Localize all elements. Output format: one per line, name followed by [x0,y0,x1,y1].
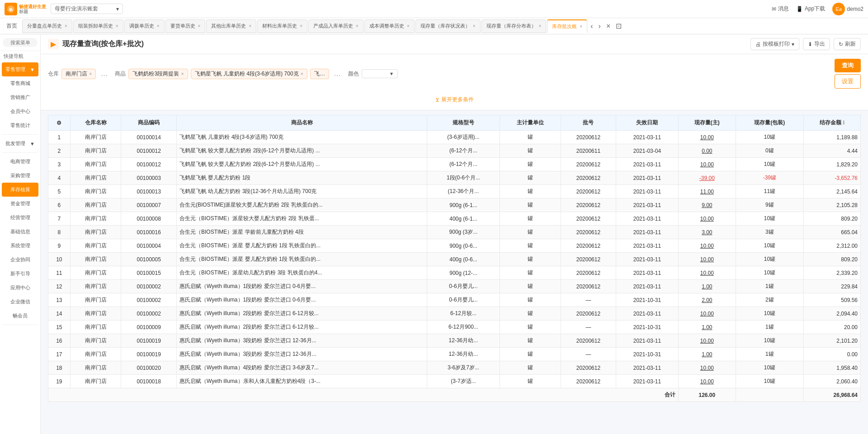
cell-qty[interactable]: 11.00 [678,185,736,198]
cell-qty[interactable]: 10.00 [678,375,736,388]
cell-spec: 400g (0-6... [427,253,500,266]
expand-sidebar-btn[interactable]: ▶ [48,39,59,49]
product-tag1[interactable]: 飞鹤奶粉3段两提装 × [128,69,188,79]
account-selector[interactable]: 母婴行业演示账套 ▾ [51,4,123,14]
tab-xiancunliangkufenbupiao[interactable]: 现存量（库存分布表） × [481,19,547,33]
sidebar-item-guide[interactable]: 新手引导 [2,267,38,281]
settings-icon[interactable]: ⚙ [57,120,61,126]
cell-qty[interactable]: 1.00 [678,280,736,293]
tab-qitachuku[interactable]: 其他出库单历史 × [206,19,256,33]
close-icon[interactable]: × [116,24,118,28]
close-icon[interactable]: × [249,24,251,28]
cell-unit: 罐 [500,239,561,253]
cell-qty[interactable]: 10.00 [678,266,736,280]
tab-xiancunliangkuzhuangkuang[interactable]: 现存量（库存状况表） × [415,19,481,33]
tab-close-all[interactable]: × [604,22,613,30]
cell-qty[interactable]: 10.00 [678,253,736,266]
chevron-down-icon: ▾ [116,6,119,12]
product-more[interactable]: … [334,70,341,78]
sidebar-item-finance[interactable]: 资金管理 [2,197,38,211]
tab-cailiaochuku[interactable]: 材料出库单历史 × [257,19,307,33]
sidebar-item-purchase[interactable]: 采购管理 [2,169,38,183]
product-tag2-remove[interactable]: × [301,71,303,76]
user-menu[interactable]: Ea demo2 [832,3,863,15]
info-icon[interactable]: ℹ [843,120,844,125]
cell-qty[interactable]: 10.00 [678,158,736,171]
cell-batch: 20200612 [561,226,616,239]
filter-group-color: 颜色 ▾ [348,69,398,78]
sidebar-item-ecommerce[interactable]: 电商管理 [2,155,38,169]
tab-nav-right[interactable]: › [596,22,604,30]
tab-fenliangpandian[interactable]: 分量盘点单历史 × [22,19,72,33]
cell-qty[interactable]: 1.00 [678,348,736,361]
cell-qty[interactable]: 10.00 [678,307,736,321]
close-icon[interactable]: × [157,24,160,28]
cell-qty[interactable]: 10.00 [678,361,736,375]
app-download-btn[interactable]: 📱 App下载 [796,5,825,13]
cell-name: 惠氏启赋（Wyeth illuma）1段奶粉 爱尔兰进口 0-6月婴... [176,280,427,293]
cell-qty[interactable]: 2.00 [678,293,736,307]
close-icon[interactable]: × [300,24,302,28]
close-icon[interactable]: × [65,24,67,28]
product-tag1-remove[interactable]: × [181,71,184,76]
cell-qty[interactable]: 3.00 [678,226,736,239]
cell-qty[interactable]: 10.00 [678,239,736,253]
cell-qty[interactable]: 9.00 [678,198,736,212]
sidebar-item-member[interactable]: 会员中心 [2,104,38,118]
cell-qty[interactable]: -39.00 [678,171,736,185]
close-icon[interactable]: × [198,24,201,28]
export-btn[interactable]: ⬇ 导出 [803,38,830,50]
tab-chengpinruku[interactable]: 产成品入库单历史 × [308,19,363,33]
warehouse-tag[interactable]: 南岸门店 × [61,69,96,79]
sidebar-item-marketing[interactable]: 营销推广 [2,90,38,104]
query-btn[interactable]: 查询 [835,59,861,72]
sidebar-item-retail-stats[interactable]: 零售统计 [2,118,38,132]
sidebar-item-wholesale-mgmt[interactable]: 批发管理 ▼ [2,137,38,151]
sidebar-item-system[interactable]: 系统管理 [2,239,38,253]
sidebar-item-enterprise[interactable]: 企业协同 [2,253,38,267]
close-icon[interactable]: × [580,24,582,29]
close-icon[interactable]: × [473,24,476,28]
tab-diaobodanli[interactable]: 调拨单历史 × [124,19,165,33]
tab-kucunpicizh[interactable]: 库存批次账 × [547,19,587,33]
product-tag3[interactable]: 飞… [310,69,329,79]
close-icon[interactable]: × [539,24,542,28]
tab-nav-left[interactable]: ‹ [588,22,595,30]
tab-chenbentuiz[interactable]: 成本调整单历史 × [364,19,415,33]
sidebar-item-retail-mall[interactable]: 零售商城 [2,76,38,90]
close-icon[interactable]: × [356,24,359,28]
refresh-btn[interactable]: ↻ 刷新 [834,38,861,50]
sidebar-item-inventory[interactable]: 库存核算 [2,183,38,197]
cell-qty[interactable]: 1.00 [678,321,736,334]
sidebar-item-basic[interactable]: 基础信息 [2,225,38,239]
warehouse-more[interactable]: … [100,70,108,78]
cell-pkg: 10罐 [736,239,804,253]
message-btn[interactable]: ✉ 消息 [772,5,789,13]
tab-yaohuo[interactable]: 要货单历史 × [165,19,206,33]
settings-btn[interactable]: 设置 [835,74,861,89]
sidebar-item-retail-mgmt[interactable]: 零售管理 ▼ [2,62,38,76]
expand-filters-btn[interactable]: ⊻ 展开更多条件 [434,94,476,105]
template-print-btn[interactable]: 🖨 按模板打印 ▾ [750,38,799,50]
tab-zuzhangchaijian[interactable]: 组装拆卸单历史 × [73,19,123,33]
sidebar-item-wechat[interactable]: 企业微信 [2,295,38,309]
tab-expand[interactable]: ⊡ [613,22,624,30]
sidebar-item-operations[interactable]: 经营管理 [2,211,38,225]
tab-home[interactable]: 首页 [2,22,22,30]
cell-amount: 1,829.20 [803,158,860,171]
sidebar-item-membership[interactable]: 畅会员 [2,309,38,323]
cell-qty[interactable]: 0.00 [678,144,736,158]
warehouse-tag-remove[interactable]: × [89,71,92,76]
product-tag2[interactable]: 飞鹤星飞帆 儿童奶粉 4段(3-6岁适用) 700克 × [191,69,307,79]
sidebar-item-apps[interactable]: 应用中心 [2,281,38,295]
cell-qty[interactable]: 10.00 [678,334,736,348]
close-icon[interactable]: × [407,24,410,28]
cell-qty[interactable]: 10.00 [678,131,736,144]
cell-expire: 2021-03-11 [616,361,678,375]
th-batch: 批号 [561,115,616,131]
cell-pkg: 11罐 [736,185,804,198]
color-dropdown[interactable]: ▾ [362,69,398,78]
cell-qty[interactable]: 10.00 [678,212,736,226]
cell-warehouse: 南岸门店 [70,212,121,226]
search-input[interactable] [3,38,38,47]
